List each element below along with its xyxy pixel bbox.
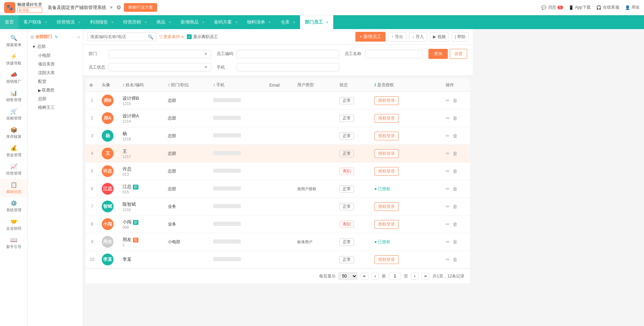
th-phone[interactable]: ↕ 手机	[210, 79, 266, 92]
auth-btn[interactable]: 授权登录	[374, 114, 399, 123]
import-btn[interactable]: ↓ 导入	[409, 32, 427, 42]
message-btn[interactable]: 💬 消息 5	[541, 5, 563, 10]
delete-icon[interactable]: 🗑	[453, 257, 457, 262]
dept-item-shuanglu[interactable]: ▶ 双鹿想	[36, 86, 83, 95]
nav-guide[interactable]: 📖 新手引导	[0, 234, 27, 252]
search-input-wrap[interactable]: 🔍	[87, 33, 156, 41]
help-btn[interactable]: | 帮助	[452, 32, 469, 42]
search-input[interactable]	[90, 34, 146, 39]
delete-icon[interactable]: 🗑	[453, 98, 457, 103]
employee-code-input[interactable]	[237, 50, 339, 58]
nav-barcode[interactable]: 条码方案 ×	[209, 15, 242, 29]
auth-btn[interactable]: 授权登录	[374, 167, 399, 176]
nav-finance[interactable]: 💰 资金管理	[0, 142, 27, 160]
table-row: 10 李某 李某 正常 授权登录 ✏ 🗑	[86, 251, 470, 268]
th-settings[interactable]: ⚙	[86, 79, 98, 92]
delete-icon[interactable]: 🗑	[453, 221, 457, 227]
dept-item-xiaodian[interactable]: 小电部	[36, 51, 83, 60]
edit-icon[interactable]: ✏	[446, 98, 450, 103]
query-btn[interactable]: 查询	[428, 49, 448, 59]
th-dept[interactable]: ↕ 部门/职位	[164, 79, 210, 92]
app-download-btn[interactable]: 📱 App下载	[569, 5, 591, 10]
nav-bom[interactable]: 物料清单 ×	[242, 15, 275, 29]
edit-icon[interactable]: ✏	[446, 204, 450, 209]
last-page-btn[interactable]: »	[421, 273, 430, 280]
page-input[interactable]	[389, 273, 401, 280]
action-cell: ✏ 🗑	[442, 251, 470, 268]
add-employee-btn[interactable]: + 新增员工	[355, 32, 386, 42]
dept-item-zhishu[interactable]: 植树王三	[36, 103, 83, 112]
nav-goods[interactable]: 商品 ×	[152, 15, 176, 29]
status-select[interactable]: ▼	[109, 63, 211, 71]
sys-name-dropdown[interactable]: ▼	[109, 5, 114, 10]
nav-add-goods[interactable]: 新增商品 ×	[176, 15, 209, 29]
nav-dept-employee[interactable]: 部门员工 ×	[300, 15, 333, 29]
nav-system[interactable]: ⚙️ 系统管理	[0, 197, 27, 215]
nav-history[interactable]: 经营历程 ×	[118, 15, 152, 29]
online-service-btn[interactable]: 🎧 在线客服	[596, 5, 619, 10]
edit-icon[interactable]: ✏	[446, 257, 450, 262]
per-page-select[interactable]: 50 100	[338, 272, 357, 280]
edit-icon[interactable]: ✏	[446, 115, 450, 121]
nav-warehouse[interactable]: 仓库 ×	[276, 15, 300, 29]
edit-icon[interactable]: ✏	[446, 168, 450, 174]
phone-input[interactable]	[237, 63, 339, 71]
video-btn[interactable]: ▶ 视频	[430, 32, 449, 42]
set-btn[interactable]: 设置	[450, 49, 467, 59]
phone-cell	[210, 180, 266, 198]
more-filter-btn[interactable]: ▽ 更多条件 ∧	[159, 34, 184, 40]
edit-icon[interactable]: ✏	[446, 239, 450, 245]
nav-customer[interactable]: 客户联络 ×	[19, 15, 52, 29]
delete-icon[interactable]: 🗑	[453, 133, 457, 139]
auth-btn[interactable]: 授权登录	[374, 255, 399, 264]
nav-basic-info[interactable]: 📋 基础信息	[0, 179, 27, 197]
auth-btn[interactable]: 授权登录	[374, 202, 399, 211]
dept-item-project[interactable]: 项目库房	[36, 60, 83, 69]
user-btn[interactable]: 👤 用友	[625, 5, 640, 10]
nav-business[interactable]: 📈 经营管理	[0, 160, 27, 179]
nav-home[interactable]: 首页	[0, 15, 19, 29]
nav-search-menu[interactable]: 🔍 搜索菜单	[0, 32, 27, 50]
export-btn[interactable]: ↑ 导出	[388, 32, 406, 42]
edit-icon[interactable]: ✏	[446, 186, 450, 192]
prev-page-btn[interactable]: ‹	[371, 273, 379, 280]
nav-cooperation[interactable]: 🤝 企业协同	[0, 215, 27, 234]
first-page-btn[interactable]: «	[360, 273, 369, 280]
auth-btn[interactable]: 授权登录	[374, 149, 399, 158]
nav-purchase[interactable]: 🛒 采购管理	[0, 105, 27, 124]
auth-cell: ●已授权	[371, 180, 421, 198]
dept-item-root[interactable]: ▼ 总部	[30, 42, 83, 51]
dept-select[interactable]: ▼	[109, 50, 211, 58]
th-name[interactable]: ↕ 姓名/编码	[119, 79, 164, 92]
trial-button[interactable]: 体验行业方案	[124, 3, 157, 12]
delete-icon[interactable]: 🗑	[453, 239, 457, 245]
nav-quick-nav[interactable]: ⚡ 快捷导航	[0, 50, 27, 69]
delete-icon[interactable]: 🗑	[453, 115, 457, 121]
delete-icon[interactable]: 🗑	[453, 168, 457, 174]
edit-icon[interactable]: ✏	[446, 133, 450, 139]
resigned-checkbox[interactable]: ✓	[187, 34, 192, 39]
dept-edit-icon[interactable]: ✎	[55, 35, 58, 39]
nav-profit[interactable]: 利润报告 ×	[85, 15, 118, 29]
auth-btn[interactable]: 授权登录	[374, 96, 399, 105]
auth-btn[interactable]: 授权登录	[374, 132, 399, 140]
nav-marketing[interactable]: 📣 营销推广	[0, 69, 27, 87]
dept-item-shenyang[interactable]: 沈阳大库	[36, 69, 83, 77]
edit-icon[interactable]: ✏	[446, 151, 450, 156]
dept-item-zongbu[interactable]: 总部	[36, 95, 83, 103]
edit-icon[interactable]: ✏	[446, 221, 450, 227]
settings-icon[interactable]: ⚙	[116, 4, 121, 11]
nav-sales[interactable]: 📊 销售管理	[0, 87, 27, 105]
delete-icon[interactable]: 🗑	[453, 204, 457, 209]
dept-item-distribution[interactable]: 配货	[36, 77, 83, 86]
nav-inventory[interactable]: 📦 库存核算	[0, 124, 27, 142]
dept-collapse-icon[interactable]: «	[78, 35, 80, 39]
delete-icon[interactable]: 🗑	[453, 186, 457, 192]
nav-operation[interactable]: 经营情况 ×	[52, 15, 85, 29]
next-page-btn[interactable]: ›	[411, 273, 418, 280]
delete-icon[interactable]: 🗑	[453, 151, 457, 156]
show-resigned-toggle[interactable]: ✓ 显示离职员工	[187, 34, 218, 40]
employee-name-input[interactable]	[365, 50, 423, 58]
auth-btn[interactable]: 授权登录	[374, 220, 399, 229]
all-dept-label[interactable]: 全部部门	[35, 34, 52, 40]
